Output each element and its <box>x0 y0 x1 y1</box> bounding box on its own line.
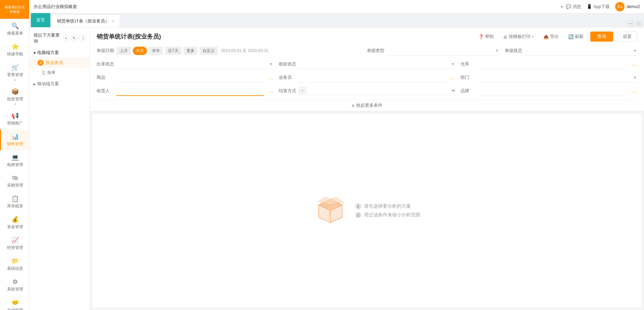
sidebar-item-corp[interactable]: 🤝 企业协同 <box>0 296 29 310</box>
tip-text-2: 用过滤条件来缩小分析范围 <box>364 212 420 218</box>
staff-input[interactable] <box>298 72 446 83</box>
sidebar-item-basic[interactable]: 📁 基础信息 <box>0 254 29 275</box>
receiver-label: 收货人 <box>97 88 113 94</box>
print-button[interactable]: 🖨 按模板打印 ▾ <box>500 32 537 41</box>
sidebar-item-purchase[interactable]: 🛍 采购管理 <box>0 171 29 192</box>
refresh-label: 刷新 <box>575 34 584 40</box>
brand-label: 品牌 <box>461 88 477 94</box>
help-button[interactable]: ❓ 帮助 <box>476 32 496 41</box>
bill-status-label: 单据状态 <box>505 48 522 54</box>
tree-group-desktop-header[interactable]: ▾ 电脑端方案 <box>30 48 90 58</box>
settlement-label: 结算方式 <box>279 88 296 94</box>
date-custom-label: 自定义 <box>203 48 215 53</box>
user-menu[interactable]: Ea demo2 <box>615 2 640 11</box>
date-prev-month-button[interactable]: 上月 <box>117 47 131 55</box>
sidebar-item-label: 经营管理 <box>7 245 23 251</box>
date-7days-button[interactable]: 近7天 <box>165 47 181 55</box>
sidebar-item-label: 搜索菜单 <box>7 31 23 36</box>
tab-active[interactable]: 销货单统计表（按业务员） × <box>52 15 119 27</box>
tip-num-1: 1 <box>355 203 361 209</box>
brand-dots-button[interactable]: … <box>632 88 637 94</box>
sidebar-item-system[interactable]: ⚙ 系统管理 <box>0 275 29 296</box>
print-icon: 🖨 <box>503 34 507 39</box>
print-dropdown-icon: ▾ <box>532 35 534 39</box>
export-button[interactable]: 📤 导出 <box>541 32 561 41</box>
title-dropdown-icon[interactable]: ▾ <box>561 4 563 9</box>
tree-group-desktop: ▾ 电脑端方案 按 按业务员 ☰ 按单 <box>30 48 90 78</box>
brand-input[interactable] <box>480 86 628 96</box>
group-label: 电脑端方案 <box>37 50 59 56</box>
sidebar-item-inventory[interactable]: 📋 库存核算 <box>0 192 29 212</box>
tree-sub-item-by-bill[interactable]: ☰ 按单 <box>30 68 90 78</box>
date-filter: 上月 本月 本年 近7天 <box>117 47 362 55</box>
settlement-tag-close-icon[interactable]: × <box>301 88 304 93</box>
warehouse-input[interactable] <box>480 59 628 69</box>
payment-status-select[interactable] <box>299 59 455 69</box>
app-download-label: App下载 <box>593 4 610 10</box>
date-this-month-button[interactable]: 本月 <box>133 47 147 55</box>
sidebar-item-label: 采购管理 <box>7 183 23 188</box>
tab-home[interactable]: 首页 <box>31 13 50 27</box>
quicknav-icon: ⭐ <box>11 43 19 50</box>
query-button[interactable]: 查询 <box>590 32 613 42</box>
minimize-button[interactable]: — <box>628 20 633 26</box>
edit-scheme-button[interactable]: ✎ <box>71 35 77 42</box>
payment-status-field: 收款状态 <box>279 59 455 69</box>
date-more-button[interactable]: 更多 <box>183 47 198 55</box>
tree-item-by-staff[interactable]: 按 按业务员 <box>30 58 90 68</box>
goods-dots-button[interactable]: … <box>268 74 273 81</box>
collapse-label: 收起更多条件 <box>356 102 382 108</box>
settings-button[interactable]: 设置 <box>617 32 637 42</box>
receiver-dots-button[interactable]: … <box>268 88 273 94</box>
collapse-panel-button[interactable]: 《 <box>79 35 86 42</box>
app-logo[interactable]: 畅捷通好生意 标账版 <box>0 0 30 19</box>
date-this-year-label: 本年 <box>152 48 160 53</box>
bill-status-select[interactable] <box>525 46 637 56</box>
export-icon: 📤 <box>543 34 549 39</box>
tree-group-mobile: ▸ 移动端方案 <box>30 79 90 89</box>
message-button[interactable]: 💬 消息 <box>566 4 581 10</box>
sidebar-item-label: 库存核算 <box>7 203 23 209</box>
warehouse-dots-button[interactable]: … <box>632 61 637 67</box>
dept-label: 部门 <box>461 74 477 81</box>
date-this-year-button[interactable]: 本年 <box>149 47 163 55</box>
refresh-button[interactable]: 🔄 刷新 <box>566 32 586 41</box>
minimize-icon: — <box>629 21 632 25</box>
out-status-select[interactable] <box>117 59 273 69</box>
app-download-button[interactable]: 📱 App下载 <box>587 4 610 10</box>
sidebar-item-marketing[interactable]: 📢 营销推广 <box>0 109 29 130</box>
sidebar-item-retail[interactable]: 🛒 零售管理 ▴ <box>0 60 29 85</box>
refresh-icon: 🔄 <box>568 34 574 39</box>
tree-group-mobile-header[interactable]: ▸ 移动端方案 <box>30 79 90 89</box>
bill-type-select[interactable] <box>387 46 499 56</box>
warehouse-label: 仓库 <box>461 61 477 67</box>
sidebar-item-wholesale[interactable]: 📦 批发管理 ▴ <box>0 85 29 109</box>
sidebar-item-label: 批发管理 <box>7 96 23 102</box>
goods-input[interactable] <box>116 72 264 83</box>
expand-arrow-icon: ▴ <box>14 78 16 81</box>
date-custom-button[interactable]: 自定义 <box>200 47 218 55</box>
dept-select[interactable] <box>480 72 637 83</box>
add-scheme-button[interactable]: + <box>63 35 69 42</box>
bill-status-select-wrap <box>525 46 637 56</box>
tab-close-icon[interactable]: × <box>112 19 114 23</box>
sidebar-item-finance[interactable]: 💰 资金管理 <box>0 212 29 233</box>
sidebar-item-ecom[interactable]: 💻 电商管理 <box>0 150 29 171</box>
tree-item-icon: 按 <box>38 60 44 66</box>
basic-icon: 📁 <box>11 257 19 265</box>
staff-dots-button[interactable]: … <box>450 74 455 81</box>
sidebar-item-search[interactable]: 🔍 搜索菜单 <box>0 19 29 40</box>
maximize-button[interactable]: □ <box>636 20 641 26</box>
collapse-panel-icon: 《 <box>80 36 84 41</box>
warehouse-field: 仓库 … <box>461 59 637 69</box>
sidebar-item-quicknav[interactable]: ⭐ 快捷导航 <box>0 40 29 60</box>
sidebar-item-ops[interactable]: 📈 经营管理 <box>0 233 29 254</box>
sidebar-item-label: 营销推广 <box>7 120 23 126</box>
out-status-field: 出库状态 <box>97 59 273 69</box>
receiver-input[interactable] <box>116 86 264 96</box>
group2-expand-icon: ▸ <box>34 82 36 87</box>
collapse-filters-button[interactable]: ∧ 收起更多条件 <box>97 99 637 111</box>
sidebar-item-sales[interactable]: 📊 销售管理 <box>0 130 29 150</box>
ecom-icon: 💻 <box>11 154 19 161</box>
date-this-month-label: 本月 <box>136 48 144 53</box>
